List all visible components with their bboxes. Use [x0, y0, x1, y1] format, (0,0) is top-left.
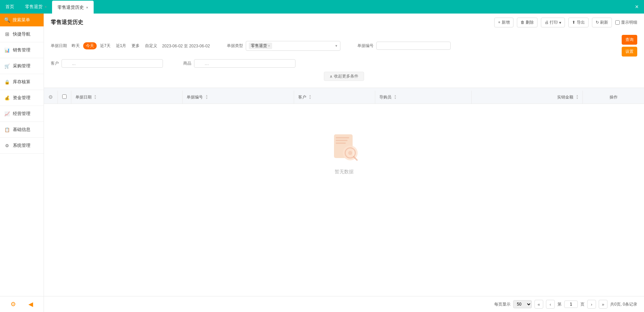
yesterday-btn[interactable]: 昨天	[70, 42, 82, 49]
tab-home[interactable]: 首页	[0, 0, 20, 14]
inventory-icon: 🔒	[4, 79, 10, 85]
th-setting[interactable]: ⚙	[44, 91, 57, 104]
doctype-select[interactable]: 零售退货 × ▾	[246, 41, 340, 51]
next-page-btn[interactable]: ›	[587, 300, 596, 309]
show-detail-checkbox-label[interactable]: 显示明细	[615, 20, 637, 25]
prev-page-btn[interactable]: ‹	[546, 300, 555, 309]
query-button[interactable]: 查询	[622, 35, 637, 45]
svg-rect-1	[336, 137, 349, 138]
settings-icon[interactable]: ⚙	[10, 300, 16, 308]
show-detail-checkbox[interactable]	[615, 20, 620, 25]
sidebar-item-basic-info[interactable]: 📋 基础信息	[0, 122, 44, 138]
svg-rect-2	[336, 140, 348, 141]
page-label: 第	[557, 302, 562, 307]
basic-info-icon: 📋	[4, 127, 10, 133]
customer-sort[interactable]: ▲▼	[309, 94, 311, 100]
sidebar-search[interactable]: 🔍 搜索菜单	[0, 14, 44, 26]
filter-customer-group: 客户 ...	[51, 59, 163, 68]
filter-row-1: 单据日期 昨天 今天 近7天 近1月 更多 自定义 2023-06-02 至 2…	[51, 35, 637, 57]
th-checkbox[interactable]	[57, 91, 71, 104]
sidebar-item-sales-mgmt[interactable]: 📊 销售管理	[0, 42, 44, 58]
tab-retail-return[interactable]: 零售退货 ×	[20, 0, 52, 14]
print-dropdown-icon: ▾	[559, 20, 561, 25]
sidebar-nav: ⊞ 快捷导航 📊 销售管理 🛒 采购管理 🔒 库存核算 💰 资金管理 📈	[0, 26, 44, 296]
table-container: ⚙ 单据日期 ▲▼ 单据编号	[44, 91, 644, 296]
sidebar-bottom: ⚙ ◀	[0, 296, 44, 312]
table-header-row: ⚙ 单据日期 ▲▼ 单据编号	[44, 91, 644, 104]
data-table: ⚙ 单据日期 ▲▼ 单据编号	[44, 91, 644, 202]
last-page-btn[interactable]: »	[599, 300, 607, 309]
sidebar-item-system-mgmt[interactable]: ⚙ 系统管理	[0, 138, 44, 154]
doctype-select-arrow: ▾	[335, 44, 337, 48]
last1m-btn[interactable]: 近1月	[114, 42, 128, 49]
svg-point-7	[348, 151, 352, 155]
filter-goods-group: 商品 …	[183, 59, 295, 68]
print-button[interactable]: 🖨 打印 ▾	[541, 18, 565, 27]
table-body: 暂无数据	[44, 104, 644, 202]
docno-input[interactable]	[376, 42, 451, 50]
doctype-label: 单据类型	[227, 43, 243, 49]
collapse-sidebar-icon[interactable]: ◀	[28, 300, 33, 308]
sidebar-item-finance[interactable]: 💰 资金管理	[0, 90, 44, 106]
sidebar-item-quick-nav[interactable]: ⊞ 快捷导航	[0, 26, 44, 42]
pagination-bar: 每页显示 50 10 20 100 « ‹ 第 页 › » 共0页, 0条记录	[44, 296, 644, 312]
th-doc-date[interactable]: 单据日期 ▲▼	[71, 91, 183, 104]
finance-icon: 💰	[4, 95, 10, 101]
select-all-checkbox[interactable]	[62, 94, 67, 99]
tab-retail-return-history-close[interactable]: ×	[86, 5, 88, 9]
goods-input[interactable]: …	[194, 59, 295, 68]
guide-sort[interactable]: ▲▼	[394, 94, 397, 100]
first-page-btn[interactable]: «	[534, 300, 543, 309]
doctype-tag: 零售退货 ×	[249, 43, 272, 49]
goods-label: 商品	[183, 61, 191, 66]
doctype-tag-close[interactable]: ×	[268, 44, 270, 48]
amount-sort[interactable]: ▲▼	[576, 94, 578, 100]
delete-button[interactable]: 🗑 删除	[517, 18, 538, 27]
collapse-icon: ∧	[330, 74, 333, 79]
filter-docno-group: 单据编号	[357, 42, 451, 50]
docno-label: 单据编号	[357, 43, 374, 49]
window-close-icon[interactable]: ×	[635, 3, 639, 10]
system-mgmt-icon: ⚙	[4, 142, 10, 149]
new-button[interactable]: + 新增	[494, 18, 513, 27]
th-doc-no[interactable]: 单据编号 ▲▼	[183, 91, 294, 104]
purchase-mgmt-icon: 🛒	[4, 63, 10, 69]
refresh-button[interactable]: ↻ 刷新	[592, 18, 612, 27]
collapse-button[interactable]: ∧ 收起更多条件	[324, 72, 364, 81]
page-title: 零售退货历史	[51, 19, 83, 26]
sidebar-item-operations[interactable]: 📈 经营管理	[0, 106, 44, 122]
sales-mgmt-icon: 📊	[4, 47, 10, 53]
filter-area: 单据日期 昨天 今天 近7天 近1月 更多 自定义 2023-06-02 至 2…	[51, 31, 637, 88]
export-button[interactable]: ⬆ 导出	[568, 18, 588, 27]
th-action: 操作	[583, 91, 644, 104]
page-size-select[interactable]: 50 10 20 100	[513, 300, 532, 308]
date-range-display: 2023-06-02 至 2023-06-02	[162, 43, 210, 49]
empty-state: 暂无数据	[44, 104, 644, 202]
customer-input[interactable]: ...	[62, 59, 163, 68]
custom-btn[interactable]: 自定义	[143, 42, 159, 49]
page-title-row: 零售退货历史 + 新增 🗑 删除 🖨 打印 ▾ ⬆ 导出 ↻ 刷新 显示明细	[51, 18, 637, 27]
page-size-label: 每页显示	[494, 302, 510, 307]
filter-date-group: 单据日期 昨天 今天 近7天 近1月 更多 自定义 2023-06-02 至 2…	[51, 42, 210, 49]
last7-btn[interactable]: 近7天	[98, 42, 113, 49]
tab-retail-return-history[interactable]: 零售退货历史 ×	[52, 1, 93, 14]
page-suffix: 页	[580, 302, 585, 307]
filter-row-2: 客户 ... 商品 …	[51, 59, 637, 68]
page-header: 零售退货历史 + 新增 🗑 删除 🖨 打印 ▾ ⬆ 导出 ↻ 刷新 显示明细	[44, 14, 644, 88]
settings-button[interactable]: 设置	[622, 47, 637, 57]
tab-retail-return-close[interactable]: ×	[45, 5, 47, 9]
doc-date-sort[interactable]: ▲▼	[94, 94, 97, 100]
th-customer[interactable]: 客户 ▲▼	[294, 91, 375, 104]
th-guide[interactable]: 导购员 ▲▼	[375, 91, 471, 104]
sidebar-item-purchase-mgmt[interactable]: 🛒 采购管理	[0, 58, 44, 74]
sidebar-item-inventory[interactable]: 🔒 库存核算	[0, 74, 44, 90]
doc-no-sort[interactable]: ▲▼	[206, 94, 208, 100]
th-amount[interactable]: 实销金额 ▲▼	[471, 91, 583, 104]
more-btn[interactable]: 更多	[129, 42, 142, 49]
total-info: 共0页, 0条记录	[610, 302, 637, 307]
empty-state-row: 暂无数据	[44, 104, 644, 202]
page-num-input[interactable]	[564, 300, 578, 308]
search-icon: 🔍	[4, 17, 10, 23]
today-btn[interactable]: 今天	[83, 42, 97, 49]
toolbar: + 新增 🗑 删除 🖨 打印 ▾ ⬆ 导出 ↻ 刷新 显示明细	[494, 18, 637, 27]
